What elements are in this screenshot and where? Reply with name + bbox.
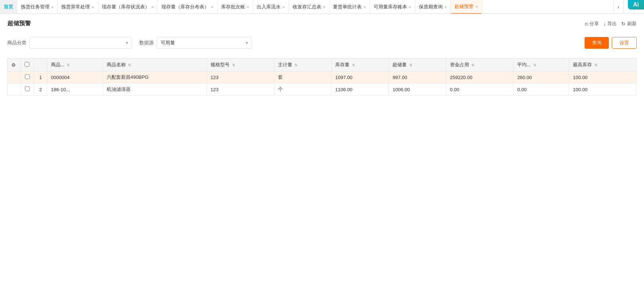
- select-all-checkbox[interactable]: [25, 62, 29, 67]
- row-checkbox[interactable]: [25, 86, 30, 91]
- td-gear: [8, 84, 21, 96]
- table-body: 1 0000004 六配套新昌490BPG 123 套 1097.00 997.…: [8, 71, 637, 96]
- export-button[interactable]: ↓ 导出: [603, 21, 617, 27]
- datasource-value: 可用量: [161, 40, 175, 46]
- sort-product-name-icon: ⇅: [128, 63, 131, 67]
- td-product-name: 六配套新昌490BPG: [103, 71, 206, 84]
- tab-label-8: 要货单统计表: [333, 4, 362, 10]
- nav-tab-4[interactable]: 现存量（库存分布表） ×: [158, 0, 217, 14]
- td-unit: 套: [274, 71, 331, 84]
- tab-label-1: 拣货任务管理: [21, 4, 50, 10]
- sort-max-stock-icon: ⇅: [594, 63, 597, 67]
- table-header: ⚙ 商品... ⇅ 商品名称 ⇅ 规格型号 ⇅: [8, 59, 637, 71]
- nav-tab-home[interactable]: 首页: [0, 0, 17, 14]
- filter-category: 商品分类 ▾: [7, 37, 132, 49]
- set-button[interactable]: 设置: [612, 37, 637, 49]
- close-tab-2[interactable]: ×: [92, 5, 94, 9]
- page-title: 超储预警: [7, 20, 31, 27]
- datasource-select[interactable]: 可用量 ▾: [157, 37, 252, 49]
- filter-datasource: 数据源 可用量 ▾: [139, 37, 252, 49]
- close-tab-8[interactable]: ×: [363, 5, 366, 9]
- share-button[interactable]: ⎋ 分享: [585, 21, 599, 27]
- tab-label-9: 可用量库存账本: [374, 4, 407, 10]
- th-avg[interactable]: 平均... ⇅: [513, 59, 569, 71]
- ai-badge: Ai: [628, 0, 644, 10]
- th-product-name[interactable]: 商品名称 ⇅: [103, 59, 206, 71]
- td-checkbox[interactable]: [21, 84, 34, 96]
- table-row: 2 186-10... 机油滤清器 123 个 1106.00 1006.00 …: [8, 84, 637, 96]
- tab-label-5: 库存批次账: [221, 4, 245, 10]
- tab-label-2: 拣货异常处理: [61, 4, 90, 10]
- tab-label-3: 现存量（库存状况表）: [102, 4, 150, 10]
- query-button[interactable]: 查询: [585, 37, 609, 49]
- th-product-code-label: 商品...: [51, 62, 65, 67]
- tab-label-4: 现存量（库存分布表）: [161, 4, 209, 10]
- th-capital-label: 资金占用: [450, 62, 469, 67]
- close-tab-1[interactable]: ×: [51, 5, 54, 9]
- refresh-button[interactable]: ↻ 刷新: [621, 21, 637, 27]
- sort-over-stock-icon: ⇅: [409, 63, 412, 67]
- close-tab-5[interactable]: ×: [247, 5, 249, 9]
- share-icon: ⎋: [585, 21, 588, 27]
- tab-label-6: 出入库流水: [257, 4, 281, 10]
- close-tab-active[interactable]: ×: [475, 4, 477, 9]
- th-checkbox[interactable]: [21, 59, 34, 71]
- nav-prev-btn[interactable]: ‹: [613, 0, 623, 14]
- td-spec: 123: [207, 71, 274, 84]
- td-checkbox[interactable]: [21, 71, 34, 84]
- td-max-stock: 100.00: [569, 84, 637, 96]
- nav-tab-active[interactable]: 超储预警 ×: [451, 0, 482, 14]
- category-select[interactable]: ▾: [29, 37, 132, 49]
- sort-unit-icon: ⇅: [294, 63, 297, 67]
- page-content: 超储预警 ⎋ 分享 ↓ 导出 ↻ 刷新 商品分类 ▾ 数据源: [0, 14, 644, 293]
- nav-tab-6[interactable]: 出入库流水 ×: [253, 0, 289, 14]
- th-spec[interactable]: 规格型号 ⇅: [207, 59, 274, 71]
- th-product-code[interactable]: 商品... ⇅: [47, 59, 103, 71]
- td-capital: 0.00: [446, 84, 513, 96]
- export-label: 导出: [607, 21, 617, 27]
- th-over-stock[interactable]: 超储量 ⇅: [389, 59, 446, 71]
- sort-product-code-icon: ⇅: [67, 63, 70, 67]
- close-tab-7[interactable]: ×: [323, 5, 325, 9]
- nav-tab-10[interactable]: 保质期查询 ×: [415, 0, 451, 14]
- close-tab-6[interactable]: ×: [282, 5, 285, 9]
- th-max-stock[interactable]: 最高库存 ⇅: [569, 59, 637, 71]
- td-product-code: 186-10...: [47, 84, 103, 96]
- nav-tab-1[interactable]: 拣货任务管理 ×: [17, 0, 58, 14]
- td-max-stock: 100.00: [569, 71, 637, 84]
- th-capital[interactable]: 资金占用 ⇅: [446, 59, 513, 71]
- sort-spec-icon: ⇅: [232, 63, 235, 67]
- th-row-num: [34, 59, 47, 71]
- th-max-stock-label: 最高库存: [573, 62, 592, 67]
- td-gear: [8, 71, 21, 84]
- close-tab-9[interactable]: ×: [409, 5, 411, 9]
- nav-tab-5[interactable]: 库存批次账 ×: [217, 0, 253, 14]
- nav-tab-3[interactable]: 现存量（库存状况表） ×: [98, 0, 158, 14]
- td-over-stock: 1006.00: [389, 84, 446, 96]
- nav-tab-8[interactable]: 要货单统计表 ×: [329, 0, 370, 14]
- nav-tab-7[interactable]: 收发存汇总表 ×: [289, 0, 329, 14]
- tab-label-active: 超储预警: [454, 3, 473, 10]
- home-label: 首页: [4, 4, 13, 10]
- td-stock: 1106.00: [332, 84, 389, 96]
- th-gear[interactable]: ⚙: [8, 59, 21, 71]
- td-row-num: 2: [34, 84, 47, 96]
- export-icon: ↓: [603, 21, 606, 27]
- th-over-stock-label: 超储量: [392, 62, 407, 67]
- close-tab-3[interactable]: ×: [151, 5, 154, 9]
- datasource-arrow-icon: ▾: [246, 40, 248, 45]
- row-checkbox[interactable]: [25, 74, 30, 79]
- td-product-code: 0000004: [47, 71, 103, 84]
- th-stock-label: 库存量: [335, 62, 350, 67]
- th-unit[interactable]: 主计量 ⇅: [274, 59, 331, 71]
- close-tab-10[interactable]: ×: [444, 5, 447, 9]
- sort-stock-icon: ⇅: [352, 63, 355, 67]
- filter-row: 商品分类 ▾ 数据源 可用量 ▾ 查询 设置: [7, 33, 637, 52]
- td-product-name: 机油滤清器: [103, 84, 206, 96]
- close-tab-4[interactable]: ×: [211, 5, 213, 9]
- th-stock[interactable]: 库存量 ⇅: [332, 59, 389, 71]
- nav-tab-9[interactable]: 可用量库存账本 ×: [370, 0, 415, 14]
- page-header: 超储预警 ⎋ 分享 ↓ 导出 ↻ 刷新: [7, 20, 637, 27]
- nav-tab-2[interactable]: 拣货异常处理 ×: [58, 0, 98, 14]
- tab-label-7: 收发存汇总表: [293, 4, 321, 10]
